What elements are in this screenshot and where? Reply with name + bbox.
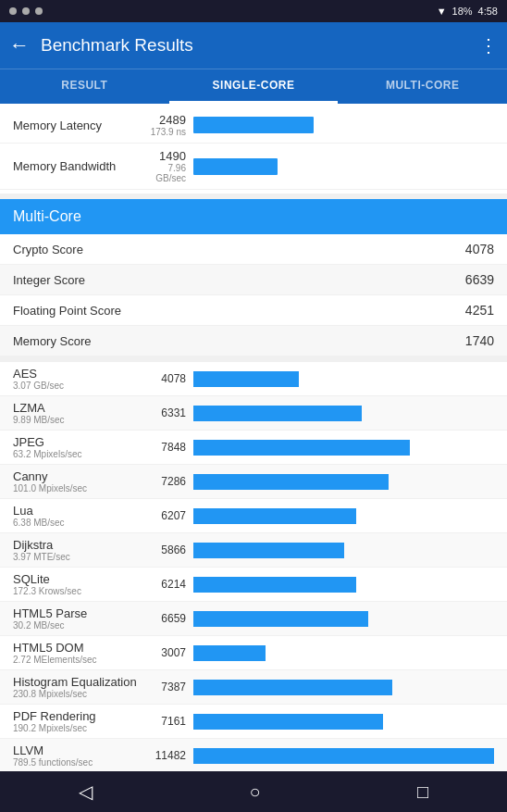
clock: 4:58 [478, 6, 498, 17]
fp-score-value: 4251 [443, 303, 494, 318]
bench-bar-fill [193, 440, 410, 456]
bench-score: 6331 [142, 406, 186, 419]
bench-unit: 789.5 functions/sec [13, 757, 142, 768]
bench-row: Histogram Equalization 230.8 Mpixels/sec… [0, 670, 507, 705]
bench-score-col: 3007 [142, 646, 193, 659]
bench-name-col: LZMA 9.89 MB/sec [13, 401, 142, 425]
bench-row: PDF Rendering 190.2 Mpixels/sec 7161 [0, 705, 507, 739]
bench-score: 7286 [142, 475, 186, 488]
memory-latency-row: Memory Latency 2489 173.9 ns [0, 107, 507, 144]
memory-bandwidth-bar [193, 158, 278, 175]
memory-latency-score: 2489 [142, 113, 186, 127]
bench-label: Histogram Equalization [13, 675, 142, 689]
wifi-icon [9, 7, 17, 15]
bench-score: 7387 [142, 681, 186, 693]
tab-single-core[interactable]: SINGLE-CORE [169, 69, 339, 104]
bench-unit: 3.97 MTE/sec [13, 552, 142, 562]
memory-latency-bar [193, 117, 314, 133]
signal-icon [22, 7, 30, 15]
bench-unit: 3.07 GB/sec [13, 381, 142, 391]
bench-score: 7848 [142, 441, 186, 454]
bench-row: LLVM 789.5 functions/sec 11482 [0, 739, 507, 771]
recents-nav-button[interactable]: □ [417, 781, 428, 803]
bench-unit: 9.89 MB/sec [13, 415, 142, 425]
bench-score-col: 6659 [142, 612, 193, 625]
bench-unit: 101.0 Mpixels/sec [13, 483, 142, 493]
back-button[interactable]: ← [9, 33, 30, 57]
bench-bar-fill [193, 714, 383, 730]
bench-unit: 230.8 Mpixels/sec [13, 689, 142, 699]
bench-row: HTML5 Parse 30.2 MB/sec 6659 [0, 602, 507, 636]
bench-bar-fill [193, 406, 362, 421]
bench-name-col: Canny 101.0 Mpixels/sec [13, 469, 142, 493]
memory-bandwidth-bar-container [193, 157, 494, 176]
integer-score-row: Integer Score 6639 [0, 265, 507, 295]
memory-bandwidth-label: Memory Bandwidth [13, 159, 142, 173]
bench-bar-fill [193, 680, 392, 695]
memory-score-value: 1740 [443, 333, 494, 348]
bench-unit: 63.2 Mpixels/sec [13, 449, 142, 459]
fp-score-label: Floating Point Score [13, 304, 443, 318]
crypto-score-label: Crypto Score [13, 243, 443, 256]
back-nav-button[interactable]: ◁ [79, 781, 93, 803]
bench-label: Dijkstra [13, 538, 142, 552]
bench-bar-fill [193, 508, 356, 524]
fp-score-row: Floating Point Score 4251 [0, 295, 507, 326]
memory-score-row: Memory Score 1740 [0, 326, 507, 356]
bench-label: HTML5 Parse [13, 606, 142, 620]
bench-name-col: Dijkstra 3.97 MTE/sec [13, 538, 142, 562]
memory-score-label: Memory Score [13, 334, 443, 348]
bench-unit: 190.2 Mpixels/sec [13, 723, 142, 733]
tabs-bar: RESULT SINGLE-CORE MULTI-CORE [0, 69, 507, 104]
benchmark-bars-block: AES 3.07 GB/sec 4078 LZMA 9.89 MB/sec 63… [0, 362, 507, 771]
top-bar: ← Benchmark Results ⋮ [0, 22, 507, 69]
bench-bar-fill [193, 474, 389, 490]
bench-bar-area [193, 746, 494, 765]
bench-bar-area [193, 575, 494, 593]
bench-score-col: 6331 [142, 406, 193, 419]
bench-bar-area [193, 678, 494, 696]
bench-name-col: Lua 6.38 MB/sec [13, 504, 142, 528]
bench-label: PDF Rendering [13, 709, 142, 723]
status-bar-right: ▼ 18% 4:58 [437, 6, 498, 17]
bench-label: SQLite [13, 572, 142, 586]
crypto-score-value: 4078 [443, 242, 494, 256]
battery-level: 18% [452, 6, 473, 17]
bench-row: Lua 6.38 MB/sec 6207 [0, 499, 507, 533]
bench-label: Canny [13, 469, 142, 483]
tab-result[interactable]: RESULT [0, 69, 169, 104]
bottom-nav: ◁ ○ □ [0, 771, 507, 812]
home-nav-button[interactable]: ○ [249, 781, 260, 803]
integer-score-value: 6639 [443, 272, 494, 287]
bench-label: LLVM [13, 743, 142, 757]
bench-score-col: 6214 [142, 578, 193, 591]
bench-unit: 2.72 MElements/sec [13, 655, 142, 665]
bench-unit: 6.38 MB/sec [13, 518, 142, 528]
bench-name-col: LLVM 789.5 functions/sec [13, 743, 142, 768]
bench-score-col: 6207 [142, 509, 193, 522]
bench-score: 7161 [142, 715, 186, 728]
bench-bar-fill [193, 611, 368, 627]
bench-name-col: HTML5 Parse 30.2 MB/sec [13, 606, 142, 631]
bench-score: 3007 [142, 646, 186, 659]
memory-latency-bar-container [193, 116, 494, 134]
bench-score-col: 7387 [142, 681, 193, 693]
bench-row: Dijkstra 3.97 MTE/sec 5866 [0, 533, 507, 568]
bench-row: Canny 101.0 Mpixels/sec 7286 [0, 465, 507, 499]
memory-bandwidth-score: 1490 [142, 149, 186, 163]
bt-icon [35, 7, 43, 15]
bench-row: AES 3.07 GB/sec 4078 [0, 362, 507, 396]
overflow-menu-button[interactable]: ⋮ [479, 34, 498, 56]
bench-unit: 172.3 Krows/sec [13, 586, 142, 596]
bench-name-col: AES 3.07 GB/sec [13, 367, 142, 391]
bench-score-col: 7161 [142, 715, 193, 728]
memory-bandwidth-row: Memory Bandwidth 1490 7.96 GB/sec [0, 144, 507, 190]
status-bar-left [9, 7, 43, 15]
bench-name-col: HTML5 DOM 2.72 MElements/sec [13, 641, 142, 665]
tab-multi-core[interactable]: MULTI-CORE [338, 69, 507, 104]
bench-score-col: 5866 [142, 543, 193, 556]
bench-score-col: 4078 [142, 372, 193, 385]
battery-icon: ▼ [437, 6, 447, 17]
bench-bar-fill [193, 371, 299, 387]
bench-score-col: 7286 [142, 475, 193, 488]
